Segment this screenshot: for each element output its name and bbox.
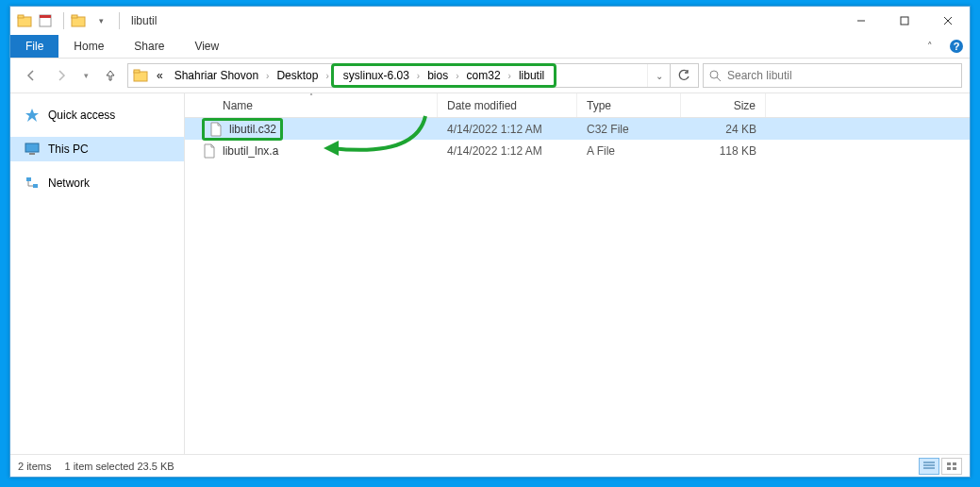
column-date[interactable]: Date modified xyxy=(438,93,577,117)
file-icon xyxy=(202,143,217,159)
selection-info: 1 item selected 23.5 KB xyxy=(64,461,174,472)
svg-rect-5 xyxy=(72,15,77,18)
svg-rect-19 xyxy=(26,177,31,181)
network-icon xyxy=(24,175,41,192)
view-buttons xyxy=(919,458,962,475)
file-type: C32 File xyxy=(577,123,681,136)
status-bar: 2 items 1 item selected 23.5 KB xyxy=(10,454,970,477)
svg-rect-18 xyxy=(29,153,35,155)
tab-view[interactable]: View xyxy=(179,35,234,58)
svg-rect-27 xyxy=(953,462,956,465)
large-icons-view-button[interactable] xyxy=(941,458,962,475)
folder-icon xyxy=(130,68,151,83)
folder-small-icon[interactable] xyxy=(70,12,87,29)
tab-home[interactable]: Home xyxy=(58,35,119,58)
sidebar-item-label: Quick access xyxy=(48,109,115,122)
item-count: 2 items xyxy=(18,461,51,472)
file-name: libutil.c32 xyxy=(229,123,276,136)
details-view-button[interactable] xyxy=(919,458,939,475)
address-row: ▾ « Shahriar Shovon› Desktop› syslinux-6… xyxy=(10,59,970,92)
chevron-right-icon: › xyxy=(324,71,330,81)
sidebar-item-label: This PC xyxy=(48,143,89,156)
breadcrumb-overflow[interactable]: « xyxy=(151,64,169,87)
star-icon xyxy=(24,107,41,124)
svg-point-14 xyxy=(710,71,718,78)
up-button[interactable] xyxy=(97,62,124,89)
main-area: Quick access This PC Network ˄Name Date … xyxy=(10,92,970,454)
explorer-window: ▾ libutil File Home Share View ˄ ? ▾ « S… xyxy=(9,6,971,478)
separator xyxy=(119,12,120,29)
chevron-right-icon: › xyxy=(507,71,513,81)
file-date: 4/14/2022 1:12 AM xyxy=(438,144,577,158)
breadcrumb-item[interactable]: com32 xyxy=(461,66,507,85)
file-list: libutil.c32 4/14/2022 1:12 AM C32 File 2… xyxy=(185,118,970,454)
file-name: libutil_lnx.a xyxy=(223,144,278,158)
window-controls xyxy=(839,7,970,35)
minimize-button[interactable] xyxy=(839,7,883,35)
svg-rect-7 xyxy=(901,17,908,25)
breadcrumb-item[interactable]: syslinux-6.03 xyxy=(338,66,415,85)
sidebar-item-network[interactable]: Network xyxy=(10,171,184,195)
table-row[interactable]: libutil_lnx.a 4/14/2022 1:12 AM A File 1… xyxy=(185,140,970,161)
column-type[interactable]: Type xyxy=(577,93,681,117)
chevron-right-icon: › xyxy=(415,71,422,81)
file-date: 4/14/2022 1:12 AM xyxy=(438,123,577,136)
svg-rect-17 xyxy=(25,143,39,152)
content-pane: ˄Name Date modified Type Size libutil.c3… xyxy=(185,93,970,454)
svg-line-15 xyxy=(717,77,721,81)
sidebar-item-quick-access[interactable]: Quick access xyxy=(10,103,184,127)
chevron-down-icon[interactable]: ▾ xyxy=(92,12,109,29)
address-bar[interactable]: « Shahriar Shovon› Desktop› syslinux-6.0… xyxy=(127,63,699,88)
quick-access-toolbar: ▾ xyxy=(37,12,124,29)
titlebar: ▾ libutil xyxy=(10,7,970,35)
separator xyxy=(63,12,64,29)
breadcrumb-item[interactable]: Shahriar Shovon xyxy=(169,64,264,87)
ribbon: File Home Share View ˄ ? xyxy=(10,35,970,59)
svg-rect-3 xyxy=(40,15,51,18)
search-icon xyxy=(709,70,722,82)
back-button[interactable] xyxy=(18,62,44,89)
svg-rect-13 xyxy=(134,70,140,73)
svg-rect-29 xyxy=(953,467,956,470)
search-input[interactable]: Search libutil xyxy=(703,63,962,88)
column-name[interactable]: ˄Name xyxy=(185,93,438,117)
close-button[interactable] xyxy=(926,7,970,35)
column-headers: ˄Name Date modified Type Size xyxy=(185,93,970,118)
file-type: A File xyxy=(577,144,681,158)
file-icon xyxy=(208,122,224,137)
svg-rect-26 xyxy=(947,462,951,465)
chevron-right-icon: › xyxy=(454,71,460,81)
svg-text:?: ? xyxy=(954,41,960,52)
file-tab[interactable]: File xyxy=(10,35,58,58)
breadcrumb-item[interactable]: libutil xyxy=(513,66,550,85)
file-size: 24 KB xyxy=(681,123,766,136)
breadcrumb-item[interactable]: Desktop xyxy=(271,64,324,87)
highlighted-path: syslinux-6.03› bios› com32› libutil xyxy=(331,63,556,88)
nav-pane: Quick access This PC Network xyxy=(10,93,185,454)
ribbon-collapse-icon[interactable]: ˄ xyxy=(917,35,943,58)
maximize-button[interactable] xyxy=(883,7,926,35)
breadcrumb-item[interactable]: bios xyxy=(422,66,454,85)
search-placeholder: Search libutil xyxy=(727,69,792,82)
svg-marker-16 xyxy=(25,109,39,122)
recent-dropdown-icon[interactable]: ▾ xyxy=(78,62,93,89)
refresh-button[interactable] xyxy=(670,64,696,87)
svg-rect-1 xyxy=(18,15,24,18)
svg-rect-20 xyxy=(33,184,38,188)
file-size: 118 KB xyxy=(681,144,766,158)
address-dropdown-icon[interactable]: ⌄ xyxy=(647,64,670,87)
forward-button[interactable] xyxy=(48,62,75,89)
chevron-right-icon: › xyxy=(264,71,271,81)
properties-icon[interactable] xyxy=(37,12,54,29)
sort-asc-icon: ˄ xyxy=(309,92,313,101)
tab-share[interactable]: Share xyxy=(119,35,179,58)
folder-icon xyxy=(16,12,33,29)
sidebar-item-this-pc[interactable]: This PC xyxy=(10,137,184,161)
sidebar-item-label: Network xyxy=(48,176,90,190)
help-icon[interactable]: ? xyxy=(943,35,970,58)
pc-icon xyxy=(24,141,41,158)
column-size[interactable]: Size xyxy=(681,93,766,117)
window-title: libutil xyxy=(131,14,157,27)
svg-rect-28 xyxy=(947,467,951,470)
table-row[interactable]: libutil.c32 4/14/2022 1:12 AM C32 File 2… xyxy=(185,118,970,140)
